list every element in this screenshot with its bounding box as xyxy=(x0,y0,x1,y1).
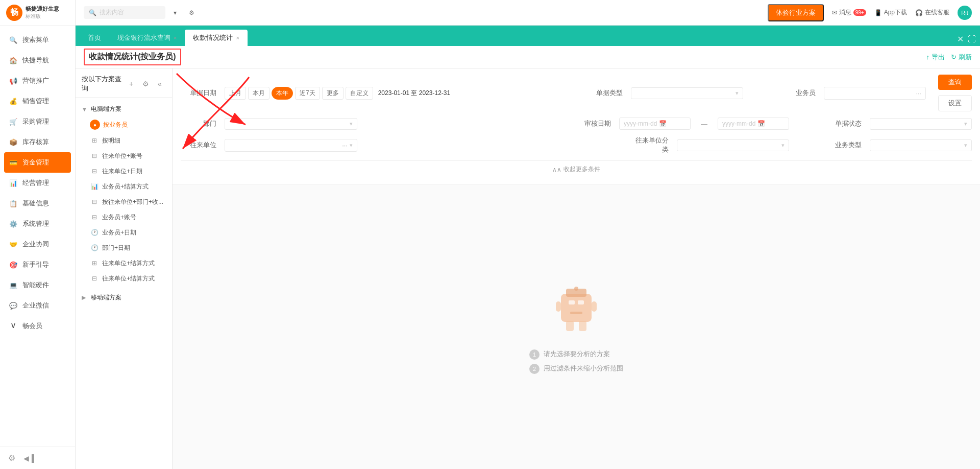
search-icon: 🔍 xyxy=(8,35,18,45)
topbar-settings[interactable]: ⚙ xyxy=(185,7,199,18)
calendar-start-icon[interactable]: 📅 xyxy=(659,120,667,127)
empty-tips: 1 请先选择要分析的方案 2 用过滤条件来缩小分析范围 xyxy=(529,349,623,378)
expand-icon: ▼ xyxy=(82,106,89,112)
sidebar-item-inventory[interactable]: 📦 库存核算 xyxy=(0,132,75,152)
tab-bank-close[interactable]: × xyxy=(174,35,177,41)
svg-rect-4 xyxy=(569,300,575,304)
maximize-icon[interactable]: ⛶ xyxy=(968,35,976,44)
staff-date-icon: 🕐 xyxy=(90,228,99,237)
message-action[interactable]: ✉ 消息 99+ xyxy=(832,8,866,17)
tree-item-staff-settlement[interactable]: 📊 业务员+结算方式 xyxy=(76,179,172,194)
page-title: 收款情况统计(按业务员) xyxy=(84,49,181,65)
tree-item-unit-settlement1[interactable]: ⊞ 往来单位+结算方式 xyxy=(76,255,172,271)
empty-state: 1 请先选择要分析的方案 2 用过滤条件来缩小分析范围 xyxy=(173,184,980,469)
tab-receipt-close[interactable]: × xyxy=(236,35,239,41)
staff-select[interactable]: ··· xyxy=(824,87,926,100)
date-btn-this-year[interactable]: 本年 xyxy=(272,87,293,100)
date-btn-custom[interactable]: 自定义 xyxy=(346,87,373,100)
content-area: 按以下方案查询 + ⚙ « xyxy=(76,68,980,469)
calendar-end-icon[interactable]: 📅 xyxy=(757,120,765,127)
sidebar-item-hardware[interactable]: 💻 智能硬件 xyxy=(0,275,75,295)
sidebar-item-marketing[interactable]: 📢 营销推广 xyxy=(0,71,75,91)
tab-home[interactable]: 首页 xyxy=(80,30,109,46)
avatar: Rit xyxy=(958,6,972,20)
svg-rect-7 xyxy=(556,301,561,312)
review-date-start[interactable]: yyyy-mm-dd 📅 xyxy=(619,118,691,130)
sidebar-item-guide[interactable]: 🎯 新手引导 xyxy=(0,254,75,275)
export-button[interactable]: ↑ 导出 xyxy=(926,53,945,62)
filter-row-1: 单据日期 上月 本月 本年 近7天 更多 自定义 2023- xyxy=(181,75,972,111)
sidebar-item-wechat[interactable]: 💬 企业微信 xyxy=(0,295,75,316)
main-content: 🔍 搜索内容 ▾ ⚙ 体验行业方案 ✉ 消息 99+ 📱 App下载 🎧 xyxy=(76,0,980,469)
collapse-panel-btn[interactable]: « xyxy=(154,78,166,90)
tree-mobile-header[interactable]: ▶ 移动端方案 xyxy=(76,290,172,305)
close-window-icon[interactable]: ✕ xyxy=(957,34,964,44)
add-scheme-btn[interactable]: + xyxy=(125,78,137,90)
doc-type-label: 单据类型 xyxy=(587,88,623,98)
scheme-settings-btn[interactable]: ⚙ xyxy=(139,78,152,90)
sidebar-item-basic[interactable]: 📋 基础信息 xyxy=(0,193,75,214)
setting-button[interactable]: 设置 xyxy=(938,95,972,111)
date-btn-last7[interactable]: 近7天 xyxy=(295,87,320,100)
biz-type-select[interactable]: ▾ xyxy=(870,139,972,151)
enterprise-icon: 🤝 xyxy=(8,239,18,249)
sidebar-item-finance[interactable]: 💳 资金管理 xyxy=(4,152,71,173)
tree-desktop-header[interactable]: ▼ 电脑端方案 xyxy=(76,102,172,116)
topbar-right: 体验行业方案 ✉ 消息 99+ 📱 App下载 🎧 在线客服 Rit xyxy=(768,4,972,21)
tree-item-dept-date[interactable]: 🕐 部门+日期 xyxy=(76,240,172,255)
tree-item-by-detail[interactable]: ⊞ 按明细 xyxy=(76,133,172,148)
dept-date-icon: 🕐 xyxy=(90,243,99,252)
sidebar-item-sales[interactable]: 💰 销售管理 xyxy=(0,91,75,111)
headset-icon: 🎧 xyxy=(915,9,923,16)
unit-select[interactable]: ··· ▾ xyxy=(225,139,357,152)
tree-item-unit-dept[interactable]: ⊟ 按往来单位+部门+收... xyxy=(76,194,172,209)
tab-receipt[interactable]: 收款情况统计 × xyxy=(185,30,247,46)
unit-class-select[interactable]: ▾ xyxy=(677,139,789,151)
date-btn-this-month[interactable]: 本月 xyxy=(248,87,270,100)
staff-label: 业务员 xyxy=(780,88,816,98)
sidebar: 畅 畅捷通好生意 标准版 🔍 搜索菜单 🏠 快捷导航 📢 营销推广 💰 销售管理… xyxy=(0,0,76,469)
settings-footer-icon[interactable]: ⚙ xyxy=(8,453,15,463)
doc-type-select[interactable]: ▾ xyxy=(631,87,743,99)
dept-select[interactable]: ▾ xyxy=(225,118,357,130)
doc-type-arrow: ▾ xyxy=(736,90,739,97)
sidebar-item-search[interactable]: 🔍 搜索菜单 xyxy=(0,30,75,50)
sidebar-item-system[interactable]: ⚙️ 系统管理 xyxy=(0,214,75,234)
sidebar-item-enterprise[interactable]: 🤝 企业协同 xyxy=(0,234,75,254)
unit-more-icon[interactable]: ··· xyxy=(340,142,350,149)
topbar-dropdown[interactable]: ▾ xyxy=(169,7,181,18)
tree-item-unit-settlement2[interactable]: ⊟ 往来单位+结算方式 xyxy=(76,271,172,286)
date-btn-last-month[interactable]: 上月 xyxy=(225,87,246,100)
date-btn-more[interactable]: 更多 xyxy=(322,87,344,100)
user-avatar[interactable]: Rit xyxy=(958,6,972,20)
topbar-search[interactable]: 🔍 搜索内容 xyxy=(84,6,165,19)
sidebar-item-purchase[interactable]: 🛒 采购管理 xyxy=(0,111,75,132)
unit-class-arrow: ▾ xyxy=(781,142,785,149)
empty-tip-1: 1 请先选择要分析的方案 xyxy=(529,349,623,360)
collapse-sidebar-icon[interactable]: ◀▐ xyxy=(23,454,34,462)
staff-more-icon[interactable]: ··· xyxy=(916,89,921,97)
unit-settlement2-icon: ⊟ xyxy=(90,274,99,283)
tree-item-staff-account[interactable]: ⊟ 业务员+账号 xyxy=(76,209,172,225)
svg-rect-8 xyxy=(592,301,597,312)
operation-icon: 📊 xyxy=(8,178,18,188)
tab-bank[interactable]: 现金银行流水查询 × xyxy=(109,30,185,46)
tree-item-unit-account[interactable]: ⊟ 往来单位+账号 xyxy=(76,148,172,163)
service-action[interactable]: 🎧 在线客服 xyxy=(915,8,949,17)
review-date-end[interactable]: yyyy-mm-dd 📅 xyxy=(718,118,789,130)
doc-status-select[interactable]: ▾ xyxy=(870,118,972,130)
sidebar-item-operation[interactable]: 📊 经营管理 xyxy=(0,173,75,193)
collapse-filter-btn[interactable]: ∧∧ 收起更多条件 xyxy=(181,160,972,178)
tree-item-staff-date[interactable]: 🕐 业务员+日期 xyxy=(76,225,172,240)
app-download-action[interactable]: 📱 App下载 xyxy=(874,8,907,17)
sidebar-item-member[interactable]: V 畅会员 xyxy=(0,316,75,336)
scheme-tree: ▼ 电脑端方案 ● 按业务员 ⊞ 按明细 ⊟ 往来单位+账号 xyxy=(76,98,172,309)
tree-item-by-staff[interactable]: ● 按业务员 xyxy=(76,116,172,133)
tree-item-unit-date[interactable]: ⊟ 往来单位+日期 xyxy=(76,163,172,179)
refresh-button[interactable]: ↻ 刷新 xyxy=(951,53,972,62)
trial-button[interactable]: 体验行业方案 xyxy=(768,4,824,21)
sidebar-item-shortcut[interactable]: 🏠 快捷导航 xyxy=(0,50,75,71)
query-button[interactable]: 查询 xyxy=(938,75,972,90)
page-actions: ↑ 导出 ↻ 刷新 xyxy=(926,53,972,62)
sidebar-nav: 🔍 搜索菜单 🏠 快捷导航 📢 营销推广 💰 销售管理 🛒 采购管理 📦 库存核… xyxy=(0,26,75,447)
